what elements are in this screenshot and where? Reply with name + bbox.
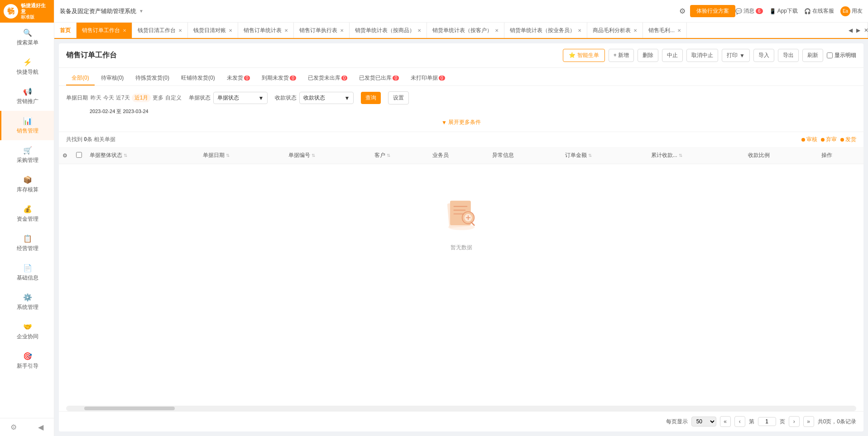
app-download-item[interactable]: 📱 App下载: [769, 7, 798, 15]
table-container: ⚙ 单据整体状态⇅ 单据日期⇅ 单据编号⇅ 客户⇅ 业务员 异常信息 订单金额⇅…: [59, 147, 863, 406]
stop-btn[interactable]: 中止: [662, 49, 683, 62]
tab-close-7[interactable]: ✕: [495, 28, 499, 33]
sidebar-item-6[interactable]: 💰资金管理: [0, 199, 54, 228]
page-input[interactable]: [758, 417, 776, 426]
filter-tab-6[interactable]: 已发货未出库0: [302, 71, 353, 85]
show-detail-checkbox[interactable]: [827, 52, 833, 58]
settings-btn[interactable]: 设置: [388, 91, 409, 104]
tab-close-10[interactable]: ✕: [677, 28, 681, 33]
industry-btn[interactable]: 体验行业方案: [690, 5, 735, 17]
audit-btn[interactable]: 审核: [801, 136, 817, 143]
tab-item-3[interactable]: 钱货日清对账✕: [188, 23, 238, 38]
tab-close-5[interactable]: ✕: [340, 28, 344, 33]
expand-conditions-btn[interactable]: ▼ 展开更多条件: [441, 118, 481, 126]
sidebar-item-5[interactable]: 📦库存核算: [0, 170, 54, 199]
tab-item-8[interactable]: 销货单统计表（按业务员）✕: [504, 23, 587, 38]
online-service-item[interactable]: 🎧 在线客服: [804, 7, 834, 15]
sidebar-item-2[interactable]: 📢营销推广: [0, 81, 54, 111]
tab-item-10[interactable]: 销售毛利...✕: [643, 23, 687, 38]
sidebar-item-11[interactable]: 🎯新手引导: [0, 346, 54, 375]
date-range-options: 昨天 今天 近7天 近1月 更多 自定义: [91, 94, 182, 102]
status-select[interactable]: 单据状态 ▼: [213, 92, 268, 104]
query-btn[interactable]: 查询: [361, 92, 381, 104]
tab-close-3[interactable]: ✕: [229, 28, 232, 33]
tab-item-6[interactable]: 销货单统计表（按商品）✕: [350, 23, 427, 38]
total-text: 共0页，0条记录: [818, 418, 856, 426]
filter-tab-8[interactable]: 未打印单据0: [405, 71, 451, 85]
page-last-btn[interactable]: »: [803, 416, 814, 427]
tab-item-5[interactable]: 销售订单执行表✕: [294, 23, 350, 38]
print-btn[interactable]: 打印 ▼: [722, 49, 750, 62]
smart-create-btn[interactable]: ⭐ 智能生单: [563, 49, 604, 62]
sidebar-item-7[interactable]: 📋经营管理: [0, 228, 54, 258]
delete-btn[interactable]: 删除: [638, 49, 658, 62]
filter-tab-5[interactable]: 到期未发货0: [256, 71, 302, 85]
message-item[interactable]: 💬 消息 6: [735, 7, 763, 15]
tab-close-1[interactable]: ✕: [123, 28, 126, 33]
cancel-stop-btn[interactable]: 取消中止: [686, 49, 718, 62]
tab-item-0[interactable]: 首页: [54, 23, 77, 38]
filter-tab-1[interactable]: 待审核(0): [96, 71, 129, 85]
scrollbar-thumb[interactable]: [84, 407, 175, 410]
export-btn[interactable]: 导出: [778, 49, 799, 62]
tab-item-2[interactable]: 钱货日清工作台✕: [132, 23, 188, 38]
page-size-select[interactable]: 20 50 100: [691, 417, 716, 427]
page-next-btn[interactable]: ›: [789, 416, 800, 427]
tab-close-2[interactable]: ✕: [178, 28, 182, 33]
tab-close-6[interactable]: ✕: [417, 28, 421, 33]
header-right: 💬 消息 6 📱 App下载 🎧 在线客服 Ea 用友: [735, 6, 863, 16]
filter-tab-7[interactable]: 已发货已出库0: [354, 71, 404, 85]
filter-tab-0[interactable]: 全部(0): [66, 71, 95, 85]
add-btn[interactable]: + 新增: [609, 49, 634, 62]
nav-icon-4: 🛒: [23, 146, 32, 155]
date-yesterday[interactable]: 昨天: [91, 94, 101, 102]
ship-btn[interactable]: 发货: [840, 136, 856, 143]
content-area: 销售订单工作台 ⭐ 智能生单 + 新增 删除 中止 取消中止 打印 ▼ 导入 导…: [54, 39, 868, 436]
date-filter: 单据日期 昨天 今天 近7天 近1月 更多 自定义: [66, 94, 182, 102]
tab-prev-btn[interactable]: ◀: [847, 27, 854, 33]
page-first-btn[interactable]: «: [720, 416, 731, 427]
page-prev-btn[interactable]: ‹: [734, 416, 745, 427]
user-item[interactable]: Ea 用友: [840, 6, 863, 16]
filter-tab-4[interactable]: 未发货0: [221, 71, 256, 85]
horizontal-scrollbar[interactable]: [66, 406, 856, 411]
tab-close-4[interactable]: ✕: [284, 28, 288, 33]
header-settings-icon[interactable]: ⚙: [679, 7, 686, 15]
refresh-btn[interactable]: 刷新: [802, 49, 823, 62]
tab-close-8[interactable]: ✕: [578, 28, 581, 33]
collapse-icon[interactable]: ◀: [38, 423, 43, 431]
sidebar-item-4[interactable]: 🛒采购管理: [0, 140, 54, 170]
th-overall-status: 单据整体状态⇅: [86, 147, 199, 164]
sidebar-item-3[interactable]: 📊销售管理: [0, 111, 54, 140]
sidebar-item-9[interactable]: ⚙️系统管理: [0, 287, 54, 317]
sidebar-item-10[interactable]: 🤝企业协同: [0, 317, 54, 346]
tab-item-9[interactable]: 商品毛利分析表✕: [587, 23, 643, 38]
tab-item-7[interactable]: 销货单统计表（按客户）✕: [427, 23, 504, 38]
reject-btn[interactable]: 弃审: [821, 136, 837, 143]
sidebar-item-0[interactable]: 🔍搜索菜单: [0, 23, 54, 52]
tab-close-9[interactable]: ✕: [633, 28, 637, 33]
tab-item-1[interactable]: 销售订单工作台✕: [77, 23, 132, 38]
tab-item-4[interactable]: 销售订单统计表✕: [238, 23, 294, 38]
pagination: 每页显示 20 50 100 « ‹ 第 页 › » 共0页，0条记录: [59, 411, 863, 431]
select-all-checkbox[interactable]: [76, 152, 82, 158]
tab-next-btn[interactable]: ▶: [854, 27, 862, 33]
date-1month[interactable]: 近1月: [132, 94, 151, 102]
filter-tab-2[interactable]: 待拣货发货(0): [130, 71, 175, 85]
system-dropdown-arrow[interactable]: ▼: [139, 9, 144, 14]
payment-select[interactable]: 收款状态 ▼: [299, 92, 354, 104]
th-settings[interactable]: ⚙: [59, 147, 72, 164]
sidebar-item-1[interactable]: ⚡快捷导航: [0, 52, 54, 81]
settings-bottom-icon[interactable]: ⚙: [10, 423, 17, 431]
date-7days[interactable]: 近7天: [116, 94, 130, 102]
show-detail-label[interactable]: 显示明细: [827, 52, 856, 59]
date-more[interactable]: 更多: [153, 94, 163, 102]
filter-tab-3[interactable]: 旺铺待发货(0): [176, 71, 221, 85]
th-checkbox[interactable]: [72, 147, 86, 164]
import-btn[interactable]: 导入: [753, 49, 774, 62]
sidebar-item-8[interactable]: 📄基础信息: [0, 258, 54, 287]
user-avatar: Ea: [840, 6, 850, 16]
date-custom[interactable]: 自定义: [165, 94, 182, 102]
tab-close-all-btn[interactable]: ✕: [862, 27, 868, 33]
date-today[interactable]: 今天: [103, 94, 114, 102]
